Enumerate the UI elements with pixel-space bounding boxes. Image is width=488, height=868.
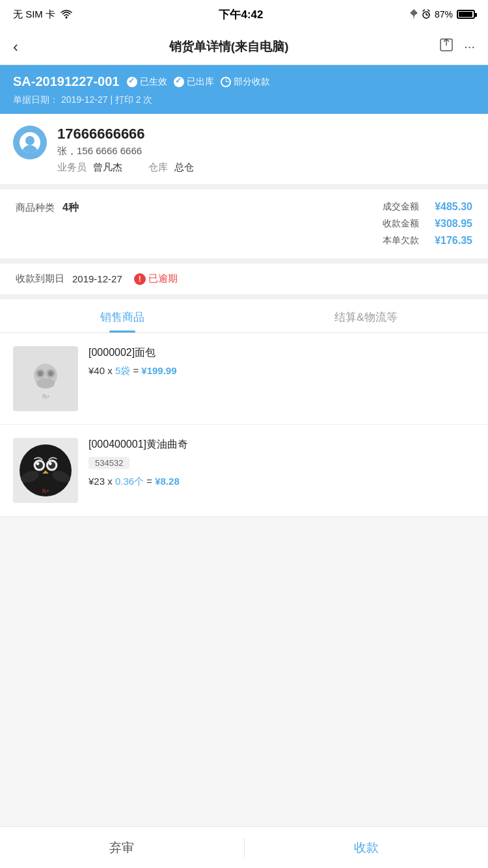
tab-settlement[interactable]: 结算&物流等 (244, 299, 488, 332)
overdue-badge: ! 已逾期 (134, 273, 178, 285)
product-list: 鸟+ [0000002]面包 ¥40 x 5袋 = ¥199.99 (0, 333, 488, 517)
order-meta: 单据日期： 2019-12-27 | 打印 2 次 (13, 94, 475, 106)
back-button[interactable]: ‹ (13, 38, 18, 56)
product-item-2: 鸟+ [000400001]黄油曲奇 534532 ¥23 x 0.36个 = … (0, 425, 488, 517)
svg-text:鸟+: 鸟+ (42, 394, 50, 400)
badge-shipped: 已出库 (174, 76, 214, 88)
check-icon-2 (174, 77, 184, 87)
salesperson-field: 业务员 曾凡杰 (57, 161, 122, 174)
product-details-1: [0000002]面包 ¥40 x 5袋 = ¥199.99 (88, 346, 475, 377)
badge-effective: 已生效 (127, 76, 167, 88)
qty-1: 5袋 (115, 365, 130, 376)
clock-icon (221, 77, 231, 87)
status-badges: 已生效 已出库 部分收款 (127, 76, 270, 88)
svg-point-25 (49, 462, 52, 465)
warehouse-field: 仓库 总仓 (148, 161, 194, 174)
order-id: SA-20191227-001 (13, 74, 119, 89)
avatar (13, 126, 47, 159)
tab-sales-product[interactable]: 销售商品 (0, 299, 244, 332)
check-icon (127, 77, 137, 87)
svg-point-24 (36, 462, 40, 465)
price-text-2: ¥23 x (88, 476, 115, 487)
carrier-text: 无 SIM 卡 (13, 8, 55, 21)
salesperson-value: 曾凡杰 (93, 161, 122, 172)
product-image-1: 鸟+ (13, 346, 78, 411)
due-section: 收款到期日 2019-12-27 ! 已逾期 (0, 264, 488, 299)
location-icon (410, 9, 418, 20)
svg-point-14 (36, 378, 55, 388)
svg-line-5 (427, 10, 429, 11)
badge-partial-pay: 部分收款 (221, 76, 270, 88)
customer-name: 张，156 6666 6666 (57, 145, 475, 157)
amount-value: ¥485.30 (435, 201, 472, 213)
total-2: ¥8.28 (155, 476, 180, 487)
bottom-bar: 弃审 收款 (0, 826, 488, 868)
total-1: ¥199.99 (141, 365, 176, 376)
category-row: 商品种类 4种 (16, 201, 383, 215)
svg-text:鸟+: 鸟+ (42, 488, 49, 494)
category-label: 商品种类 (16, 202, 55, 214)
svg-point-12 (38, 371, 43, 376)
share-button[interactable] (439, 38, 454, 55)
amount-label: 成交金额 (383, 201, 419, 213)
product-tabs: 销售商品 结算&物流等 (0, 299, 488, 333)
received-row: 收款金额 ¥308.95 (383, 218, 472, 230)
wifi-icon (61, 10, 72, 19)
qty-2: 0.36个 (115, 476, 144, 487)
product-price-1: ¥40 x 5袋 = ¥199.99 (88, 365, 475, 377)
owed-value: ¥176.35 (435, 235, 472, 247)
nav-bar: ‹ 销货单详情(来自电脑) ··· (0, 29, 488, 65)
product-price-2: ¥23 x 0.36个 = ¥8.28 (88, 476, 475, 488)
summary-right: 成交金额 ¥485.30 收款金额 ¥308.95 本单欠款 ¥176.35 (383, 201, 472, 247)
battery-percent: 87% (435, 9, 453, 20)
summary-section: 商品种类 4种 成交金额 ¥485.30 收款金额 ¥308.95 本单欠款 ¥… (0, 189, 488, 264)
received-label: 收款金额 (383, 218, 419, 230)
product-image-2: 鸟+ (13, 438, 78, 503)
overdue-text: 已逾期 (148, 273, 178, 285)
price-text-1: ¥40 x (88, 365, 115, 376)
customer-phone: 17666666666 (57, 126, 475, 142)
product-details-2: [000400001]黄油曲奇 534532 ¥23 x 0.36个 = ¥8.… (88, 438, 475, 488)
summary-left: 商品种类 4种 (16, 201, 383, 247)
due-date: 2019-12-27 (72, 273, 122, 284)
customer-section: 17666666666 张，156 6666 6666 业务员 曾凡杰 仓库 总… (0, 114, 488, 189)
svg-point-13 (48, 371, 53, 376)
placeholder-img-1: 鸟+ (13, 346, 78, 411)
header-banner: SA-20191227-001 已生效 已出库 部分收款 单据日期： 2019-… (0, 65, 488, 114)
customer-meta: 业务员 曾凡杰 仓库 总仓 (57, 161, 475, 174)
salesperson-label: 业务员 (57, 161, 87, 172)
more-button[interactable]: ··· (464, 39, 475, 54)
amount-row: 成交金额 ¥485.30 (383, 201, 472, 213)
product-name-2: [000400001]黄油曲奇 (88, 438, 475, 452)
due-label: 收款到期日 (16, 273, 64, 285)
owed-label: 本单欠款 (383, 235, 419, 247)
payment-button[interactable]: 收款 (245, 839, 489, 856)
battery-icon (457, 10, 475, 19)
status-time: 下午4:42 (219, 7, 263, 22)
page-title: 销货单详情(来自电脑) (169, 38, 289, 55)
product-tag-2: 534532 (88, 457, 129, 469)
category-value: 4种 (62, 201, 79, 215)
status-right: 87% (410, 9, 475, 20)
product-item: 鸟+ [0000002]面包 ¥40 x 5袋 = ¥199.99 (0, 333, 488, 425)
customer-info: 17666666666 张，156 6666 6666 业务员 曾凡杰 仓库 总… (57, 126, 475, 174)
warehouse-value: 总仓 (174, 161, 194, 172)
overdue-icon: ! (134, 273, 146, 285)
cancel-button[interactable]: 弃审 (0, 839, 244, 856)
owed-row: 本单欠款 ¥176.35 (383, 235, 472, 247)
status-left: 无 SIM 卡 (13, 8, 72, 21)
svg-point-0 (66, 17, 68, 19)
product-thumbnail-2: 鸟+ (20, 444, 72, 496)
product-name-1: [0000002]面包 (88, 346, 475, 360)
status-bar: 无 SIM 卡 下午4:42 87% (0, 0, 488, 29)
alarm-icon (422, 9, 431, 20)
received-value: ¥308.95 (435, 218, 472, 230)
nav-actions: ··· (439, 38, 475, 55)
svg-line-4 (423, 10, 425, 11)
warehouse-label: 仓库 (148, 161, 168, 172)
